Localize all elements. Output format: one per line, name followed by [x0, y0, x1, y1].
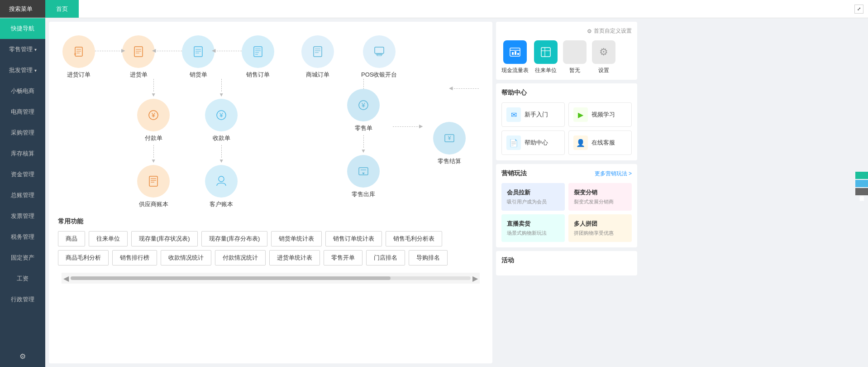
func-btn-goods[interactable]: 商品: [58, 231, 85, 246]
more-marketing-link[interactable]: 更多营销玩法 >: [595, 170, 632, 178]
sidebar-item-stock[interactable]: 库存核算: [0, 143, 45, 164]
svg-rect-42: [512, 52, 514, 55]
func-btn-order-stat[interactable]: 销售订单统计表: [325, 231, 382, 246]
node-label: 零售单: [355, 124, 372, 132]
search-menu-btn[interactable]: 搜索菜单: [0, 0, 45, 18]
func-btn-sales-stat[interactable]: 销货单统计表: [271, 231, 322, 246]
arrow-connector-3: ◀: [215, 51, 242, 51]
node-purchase-bill[interactable]: 进货单: [122, 35, 155, 79]
col-retail-node: ◀: [420, 82, 479, 95]
sidebar-item-xiaochangec[interactable]: 小畅电商: [0, 81, 45, 101]
marketing-item-group[interactable]: 多人拼团 拼团购物享受优惠: [568, 214, 632, 242]
sidebar-item-purchase[interactable]: 采购管理: [0, 122, 45, 143]
supplier-icon: [145, 173, 162, 189]
sidebar-item-wholesale[interactable]: 批发管理 ▾: [0, 60, 45, 81]
online-label: 在线客服: [591, 139, 615, 147]
v-line: [153, 79, 154, 92]
node-receipt-voucher[interactable]: ¥: [205, 99, 238, 131]
node-label: 零售出库: [352, 190, 375, 198]
node-pos[interactable]: POS收银开台: [361, 35, 397, 79]
func-btn-sales-rank[interactable]: 销售排行榜: [112, 250, 157, 266]
svg-text:¥: ¥: [151, 111, 155, 119]
sidebar-item-ledger[interactable]: 总账管理: [0, 185, 45, 206]
func-btn-stock1[interactable]: 现存量(库存状况表): [131, 231, 198, 246]
node-purchase-order[interactable]: 进货订单: [62, 35, 95, 79]
marketing-item-live[interactable]: 直播卖货 场景式购物新玩法: [501, 214, 565, 242]
scroll-bar: ◀ ▶: [62, 273, 480, 284]
help-item-video[interactable]: ▶ 视频学习: [568, 102, 632, 127]
live-desc: 场景式购物新玩法: [507, 230, 559, 237]
down-arrow-icon-3: ▼: [219, 92, 224, 98]
func-btn-goods-margin[interactable]: 商品毛利分析: [58, 250, 109, 266]
content-area: 进货订单 ▶: [45, 18, 868, 367]
mall-order-icon: [310, 43, 326, 60]
scroll-left-btn[interactable]: ◀: [63, 274, 69, 283]
down-arrow-icon: ▼: [151, 92, 156, 98]
col-retail-area: ▼: [334, 79, 479, 198]
marketing-grid: 会员拉新 吸引用户成为会员 裂变分销 裂变式发展分销商 直播卖货 场景式购物新玩…: [501, 183, 632, 242]
node-sales-bill[interactable]: 销货单: [182, 35, 215, 79]
right-panel: ⚙ 首页自定义设置: [496, 18, 641, 367]
activities-section: 活动: [496, 251, 637, 275]
quick-icon-partner[interactable]: 往来单位: [534, 40, 558, 74]
sidebar-item-quick-nav[interactable]: 快捷导航: [0, 18, 45, 39]
func-btn-sales-margin[interactable]: 销售毛利分析表: [386, 231, 442, 246]
node-mall-order[interactable]: 商城订单: [301, 35, 334, 79]
quick-icon-none[interactable]: 暂无: [563, 40, 587, 74]
down-arrow-icon-2: ▼: [151, 158, 156, 164]
node-retail-order[interactable]: ¥: [347, 89, 380, 121]
quick-icon-cashflow[interactable]: 现金流量表: [501, 40, 529, 74]
sidebar-item-fixed-assets[interactable]: 固定资产: [0, 247, 45, 268]
func-btn-partner[interactable]: 往来单位: [89, 231, 128, 246]
settings-icon-box: ⚙: [592, 40, 615, 64]
node-retail-outbound[interactable]: [347, 155, 380, 188]
help-item-help[interactable]: 📄 帮助中心: [501, 130, 565, 155]
svg-rect-18: [314, 47, 322, 57]
func-btn-retail-order[interactable]: 零售开单: [324, 250, 362, 266]
func-btn-stock2[interactable]: 现存量(库存分布表): [201, 231, 268, 246]
func-btn-guide-rank[interactable]: 导购排名: [409, 250, 448, 266]
float-btn-desktop[interactable]: 桌面快捷: [855, 188, 868, 195]
node-label: 销货单: [190, 71, 207, 79]
member-desc: 吸引用户成为会员: [507, 198, 559, 205]
marketing-item-member[interactable]: 会员拉新 吸引用户成为会员: [501, 183, 565, 211]
cashflow-icon: [509, 46, 521, 58]
sidebar-item-ecom[interactable]: 电商管理: [0, 101, 45, 122]
fullscreen-btn[interactable]: ⤢: [854, 5, 863, 14]
live-title: 直播卖货: [507, 220, 559, 228]
float-btn-community[interactable]: 服务社区: [855, 180, 868, 187]
partner-icon: [539, 46, 552, 58]
node-label: 零售结算: [438, 157, 461, 165]
node-sales-order[interactable]: 销售订单: [242, 35, 274, 79]
sidebar-item-tax[interactable]: 税务管理: [0, 227, 45, 247]
col-purchase-bill: ▼ ¥ 付款单 ▼: [130, 79, 177, 208]
retail-vline: [363, 135, 364, 148]
sidebar-item-retail[interactable]: 零售管理 ▾: [0, 39, 45, 60]
node-supplier-account[interactable]: [137, 165, 170, 198]
func-btn-purchase-stat[interactable]: 进货单统计表: [269, 250, 320, 266]
node-payment-voucher[interactable]: ¥: [137, 99, 170, 131]
tab-home[interactable]: 首页: [45, 0, 79, 18]
svg-rect-45: [541, 48, 550, 57]
sidebar-item-more[interactable]: 行政管理: [0, 289, 45, 310]
func-btn-payment-stat[interactable]: 付款情况统计: [215, 250, 266, 266]
custom-settings-btn[interactable]: ⚙ 首页自定义设置: [587, 27, 632, 35]
sidebar-item-finance[interactable]: 资金管理: [0, 164, 45, 185]
float-btn-service[interactable]: 客服热线: [855, 172, 868, 179]
sidebar-item-invoice[interactable]: 发票管理: [0, 206, 45, 227]
quick-icon-settings[interactable]: ⚙ 设置: [592, 40, 615, 74]
sidebar-item-salary[interactable]: 工资: [0, 268, 45, 289]
node-retail-settlement[interactable]: ¥: [433, 122, 466, 155]
help-center-title: 帮助中心: [501, 89, 632, 97]
help-item-newbie[interactable]: ✉ 新手入门: [501, 102, 565, 127]
func-btn-receipt-stat[interactable]: 收款情况统计: [161, 250, 211, 266]
node-customer-account[interactable]: [205, 165, 238, 198]
scroll-right-btn[interactable]: ▶: [472, 274, 478, 283]
node-label: 收款单: [213, 134, 230, 142]
marketing-item-split[interactable]: 裂变分销 裂变式发展分销商: [568, 183, 632, 211]
sidebar-settings-btn[interactable]: ⚙: [0, 346, 45, 367]
func-grid: 商品 往来单位 现存量(库存状况表) 现存量(库存分布表) 销货单统计表 销售订…: [58, 231, 483, 266]
func-btn-store-rank[interactable]: 门店排名: [366, 250, 405, 266]
split-title: 裂变分销: [574, 188, 626, 197]
help-item-online[interactable]: 👤 在线客服: [568, 130, 632, 155]
